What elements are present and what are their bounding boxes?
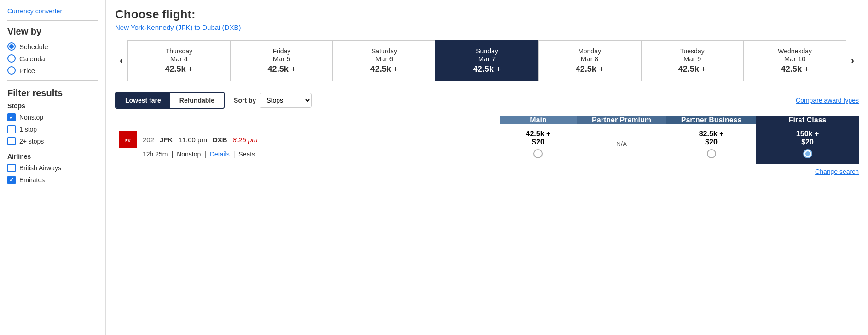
stop-2plus[interactable]: 2+ stops (7, 137, 98, 145)
price-cell-main[interactable]: 42.5k +$20 (500, 124, 577, 164)
radio-schedule[interactable] (7, 42, 16, 51)
main-column-link[interactable]: Main (530, 116, 546, 124)
date-date-tue: Mar 9 (646, 55, 739, 63)
refundable-tab[interactable]: Refundable (170, 93, 224, 108)
date-card-sat[interactable]: Saturday Mar 6 42.5k + (333, 40, 435, 81)
view-by-price-label: Price (19, 67, 35, 75)
stop-nonstop[interactable]: Nonstop (7, 113, 98, 121)
airline-british-airways-label: British Airways (19, 164, 61, 172)
view-by-schedule[interactable]: Schedule (7, 42, 98, 51)
flight-number: 202 (143, 136, 154, 144)
price-cell-partner-premium: N/A (577, 124, 666, 164)
sort-select[interactable]: Stops Price Duration (260, 93, 312, 108)
partner-premium-column-link[interactable]: Partner Premium (592, 116, 651, 124)
flight-main-info: EK 202 JFK 11:00 pm DXB 8:25 pm (119, 130, 496, 149)
separator-1: | (171, 150, 173, 158)
view-by-price[interactable]: Price (7, 66, 98, 75)
flight-details-row: 12h 25m | Nonstop | Details | Seats (143, 150, 496, 158)
col-header-first-class[interactable]: First Class (756, 116, 859, 124)
airline-british-airways[interactable]: British Airways (7, 164, 98, 172)
date-day-fri: Friday (235, 47, 328, 55)
filter-sort-row: Lowest fare Refundable Sort by Stops Pri… (115, 92, 859, 109)
lowest-fare-tab[interactable]: Lowest fare (116, 93, 170, 108)
price-cell-first-class[interactable]: 150k +$20 (756, 124, 859, 164)
date-price-wed: 42.5k + (749, 64, 841, 74)
view-by-calendar[interactable]: Calendar (7, 54, 98, 63)
flight-stops: Nonstop (177, 150, 201, 158)
airline-emirates-label: Emirates (19, 176, 45, 184)
sidebar: Currency converter View by Schedule Cale… (0, 0, 106, 335)
date-card-tue[interactable]: Tuesday Mar 9 42.5k + (641, 40, 744, 81)
sort-row: Sort by Stops Price Duration (234, 93, 312, 108)
flight-info-cell: EK 202 JFK 11:00 pm DXB 8:25 pm 12h 25m … (115, 124, 500, 164)
arrival-airport: DXB (213, 136, 227, 144)
main-price-value: 42.5k +$20 (503, 130, 573, 146)
change-search-link[interactable]: Change search (815, 168, 859, 175)
date-date-sat: Mar 6 (338, 55, 430, 63)
view-by-title: View by (7, 26, 98, 37)
airline-emirates[interactable]: Emirates (7, 176, 98, 184)
currency-converter-link[interactable]: Currency converter (7, 7, 98, 15)
date-day-mon: Monday (544, 47, 636, 55)
date-day-thu: Thursday (133, 47, 225, 55)
radio-calendar[interactable] (7, 54, 16, 63)
date-card-mon[interactable]: Monday Mar 8 42.5k + (538, 40, 641, 81)
stop-2plus-label: 2+ stops (19, 138, 44, 145)
date-day-sat: Saturday (338, 47, 430, 55)
next-date-button[interactable]: › (846, 55, 859, 67)
fare-tabs: Lowest fare Refundable (115, 92, 225, 109)
date-day-tue: Tuesday (646, 47, 739, 55)
airline-logo: EK (119, 130, 137, 149)
date-card-fri[interactable]: Friday Mar 5 42.5k + (230, 40, 333, 81)
date-day-wed: Wednesday (749, 47, 841, 55)
date-card-thu[interactable]: Thursday Mar 4 42.5k + (127, 40, 230, 81)
view-by-options: Schedule Calendar Price (7, 42, 98, 75)
date-card-wed[interactable]: Wednesday Mar 10 42.5k + (744, 40, 846, 81)
col-header-partner-business[interactable]: Partner Business (666, 116, 756, 124)
page-title: Choose flight: (115, 7, 859, 22)
checkbox-emirates[interactable] (7, 176, 16, 184)
first-class-price-radio[interactable] (803, 149, 812, 158)
checkbox-nonstop[interactable] (7, 113, 16, 121)
partner-business-price-radio[interactable] (707, 149, 716, 158)
date-price-sat: 42.5k + (338, 64, 430, 74)
date-price-fri: 42.5k + (235, 64, 328, 74)
compare-award-types-link[interactable]: Compare award types (796, 97, 859, 104)
flight-seats: Seats (238, 150, 255, 158)
stops-section-title: Stops (7, 102, 98, 110)
stops-filter-group: Nonstop 1 stop 2+ stops (7, 113, 98, 145)
col-header-partner-premium[interactable]: Partner Premium (577, 116, 666, 124)
checkbox-british-airways[interactable] (7, 164, 16, 172)
table-header-row: Main Partner Premium Partner Business Fi… (115, 116, 859, 124)
date-cards: Thursday Mar 4 42.5k + Friday Mar 5 42.5… (127, 40, 846, 81)
partner-business-column-link[interactable]: Partner Business (681, 116, 742, 124)
checkbox-2plus[interactable] (7, 137, 16, 145)
table-row: EK 202 JFK 11:00 pm DXB 8:25 pm 12h 25m … (115, 124, 859, 164)
arrival-time: 8:25 pm (233, 136, 258, 144)
date-price-thu: 42.5k + (133, 64, 225, 74)
price-cell-partner-business[interactable]: 82.5k +$20 (666, 124, 756, 164)
date-date-sun: Mar 7 (440, 55, 533, 63)
partner-premium-na: N/A (580, 140, 663, 148)
date-date-thu: Mar 4 (133, 55, 225, 63)
change-search-row: Change search (115, 164, 859, 175)
first-class-column-link[interactable]: First Class (789, 116, 827, 124)
date-date-mon: Mar 8 (544, 55, 636, 63)
date-card-sun[interactable]: Sunday Mar 7 42.5k + (435, 40, 538, 81)
radio-price[interactable] (7, 66, 16, 75)
stop-1stop[interactable]: 1 stop (7, 125, 98, 133)
prev-date-button[interactable]: ‹ (115, 55, 127, 67)
date-price-mon: 42.5k + (544, 64, 636, 74)
view-by-schedule-label: Schedule (19, 43, 48, 51)
flight-details-link[interactable]: Details (210, 150, 230, 158)
col-header-main[interactable]: Main (500, 116, 577, 124)
flight-table: Main Partner Premium Partner Business Fi… (115, 116, 859, 164)
checkbox-1stop[interactable] (7, 125, 16, 133)
date-day-sun: Sunday (440, 47, 533, 55)
stop-nonstop-label: Nonstop (19, 114, 43, 121)
airlines-filter-group: British Airways Emirates (7, 164, 98, 184)
partner-business-price-value: 82.5k +$20 (670, 130, 752, 146)
separator-2: | (204, 150, 206, 158)
sort-by-label: Sort by (234, 97, 256, 104)
main-price-radio[interactable] (533, 149, 543, 158)
